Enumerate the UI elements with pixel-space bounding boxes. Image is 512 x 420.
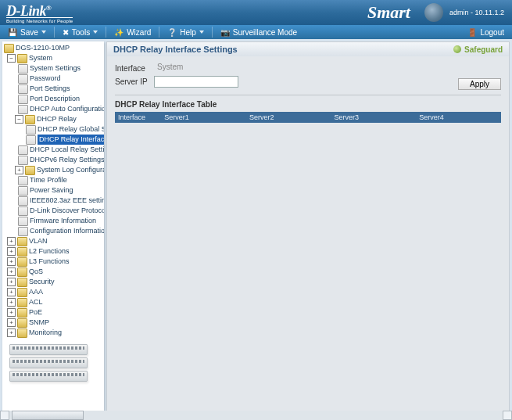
tree-root[interactable]: DGS-1210-10MP <box>4 43 102 53</box>
page-icon <box>18 227 28 236</box>
folder-icon <box>25 166 35 175</box>
tree-item-dhcp-relay-global[interactable]: DHCP Relay Global Setting <box>4 124 102 135</box>
apply-button[interactable]: Apply <box>458 78 501 90</box>
folder-icon <box>17 257 27 267</box>
tree-cat-vlan[interactable]: +VLAN <box>4 236 102 246</box>
scroll-left-button[interactable] <box>0 411 9 420</box>
page-icon <box>18 145 28 155</box>
tree-item-dhcp-relay-interface[interactable]: DHCP Relay Interface Sett <box>4 135 102 145</box>
caret-icon <box>41 31 46 34</box>
expand-icon[interactable]: + <box>7 278 16 286</box>
interface-label: Interface <box>115 64 154 73</box>
menu-help[interactable]: ❔Help <box>159 28 212 37</box>
tree-item-dhcpv6-relay[interactable]: DHCPv6 Relay Settings <box>4 155 102 165</box>
expand-icon[interactable]: + <box>7 267 16 276</box>
collapse-icon[interactable]: − <box>15 115 23 124</box>
page-icon <box>18 217 28 226</box>
scroll-right-button[interactable] <box>503 411 512 420</box>
page-icon <box>18 105 28 114</box>
page-icon <box>26 125 36 135</box>
tree-item-system-settings[interactable]: System Settings <box>4 63 102 74</box>
tree-item-time-profile[interactable]: Time Profile <box>4 175 102 185</box>
col-server4: Server4 <box>416 112 501 123</box>
main-panel: DHCP Relay Interface Settings Safeguard … <box>106 41 510 418</box>
menubar: 💾Save ✖Tools ✨Wizard ❔Help 📷Surveillance… <box>0 25 512 39</box>
tree-item-dhcp-local-relay[interactable]: DHCP Local Relay Settings <box>4 145 102 155</box>
page-icon <box>18 64 28 74</box>
menu-surveillance[interactable]: 📷Surveillance Mode <box>213 28 305 37</box>
tree-item-port-settings[interactable]: Port Settings <box>4 84 102 94</box>
page-icon <box>18 196 28 206</box>
nav-tree[interactable]: DGS-1210-10MP −System System Settings Pa… <box>2 41 104 418</box>
folder-icon <box>4 44 14 53</box>
top-banner: D-Link® Building Networks for People Sma… <box>0 0 512 25</box>
expand-icon[interactable]: + <box>7 318 16 327</box>
user-label: admin - 10.11.1.2 <box>449 9 504 16</box>
serverip-label: Server IP <box>115 77 154 86</box>
folder-icon <box>17 54 27 63</box>
logout-icon: 🚪 <box>467 28 477 37</box>
menu-save[interactable]: 💾Save <box>0 28 54 37</box>
tree-item-ddp[interactable]: D-Link Discover Protocol <box>4 206 102 216</box>
tree-system[interactable]: −System <box>4 53 102 63</box>
folder-icon <box>17 298 27 307</box>
table-header-row: Interface Server1 Server2 Server3 Server… <box>115 112 501 123</box>
tree-item-eee[interactable]: IEEE802.3az EEE settings <box>4 196 102 206</box>
divider <box>115 95 501 95</box>
folder-icon <box>17 247 27 257</box>
tree-cat-snmp[interactable]: +SNMP <box>4 318 102 328</box>
expand-icon[interactable]: + <box>7 308 16 317</box>
avatar <box>424 3 443 22</box>
folder-icon <box>17 288 27 297</box>
page-header: DHCP Relay Interface Settings Safeguard <box>107 42 509 56</box>
tree-cat-security[interactable]: +Security <box>4 277 102 287</box>
serverip-input[interactable] <box>154 76 238 88</box>
tree-cat-aaa[interactable]: +AAA <box>4 287 102 297</box>
tree-item-password[interactable]: Password <box>4 74 102 84</box>
expand-icon[interactable]: + <box>7 247 16 256</box>
caret-icon <box>199 31 204 34</box>
folder-icon <box>17 278 27 287</box>
expand-icon[interactable]: + <box>7 298 16 307</box>
folder-icon <box>17 318 27 328</box>
page-icon <box>18 74 28 84</box>
surveillance-icon: 📷 <box>220 28 230 37</box>
folder-icon <box>17 328 27 338</box>
folder-icon <box>17 267 27 277</box>
tree-item-syslog[interactable]: +System Log Configuration <box>4 165 102 175</box>
expand-icon[interactable]: + <box>7 257 16 266</box>
tree-item-port-description[interactable]: Port Description <box>4 94 102 104</box>
tree-item-dhcp-relay[interactable]: −DHCP Relay <box>4 114 102 124</box>
wizard-icon: ✨ <box>114 28 124 37</box>
tree-item-firmware-info[interactable]: Firmware Information <box>4 216 102 226</box>
page-icon <box>18 84 28 94</box>
tree-cat-acl[interactable]: +ACL <box>4 297 102 307</box>
tree-cat-l3[interactable]: +L3 Functions <box>4 257 102 267</box>
expand-icon[interactable]: + <box>7 288 16 296</box>
tree-cat-poe[interactable]: +PoE <box>4 307 102 318</box>
table-title: DHCP Relay Interface Table <box>115 100 501 109</box>
tree-item-power-saving[interactable]: Power Saving <box>4 185 102 196</box>
expand-icon[interactable]: + <box>7 328 16 337</box>
page-icon <box>18 176 28 185</box>
page-icon <box>18 186 28 196</box>
expand-icon[interactable]: + <box>7 237 16 246</box>
tree-cat-qos[interactable]: +QoS <box>4 267 102 277</box>
menu-logout[interactable]: 🚪Logout <box>460 28 512 37</box>
page-icon <box>18 95 28 104</box>
interface-value: System <box>154 63 238 74</box>
tree-cat-l2[interactable]: +L2 Functions <box>4 246 102 257</box>
device-illustration <box>9 342 88 389</box>
page-icon <box>18 156 28 165</box>
menu-wizard[interactable]: ✨Wizard <box>106 28 159 37</box>
tree-cat-monitoring[interactable]: +Monitoring <box>4 328 102 338</box>
expand-icon[interactable]: + <box>15 166 23 174</box>
col-server1: Server1 <box>161 112 246 123</box>
tree-item-config-info[interactable]: Configuration Information <box>4 226 102 236</box>
horizontal-scrollbar[interactable] <box>0 411 512 420</box>
menu-tools[interactable]: ✖Tools <box>55 28 106 37</box>
collapse-icon[interactable]: − <box>7 54 16 63</box>
tree-item-dhcp-auto[interactable]: DHCP Auto Configuration <box>4 104 102 114</box>
col-server2: Server2 <box>246 112 331 123</box>
scroll-thumb[interactable] <box>12 411 84 420</box>
